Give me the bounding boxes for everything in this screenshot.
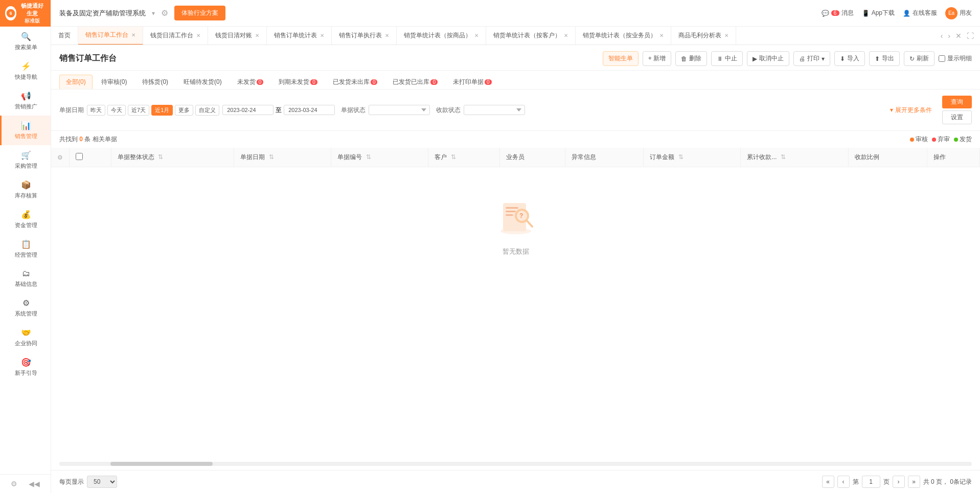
message-item[interactable]: 💬 6 消息 bbox=[822, 9, 854, 17]
show-detail-checkbox[interactable]: 显示明细 bbox=[939, 54, 972, 63]
tab-sales-order-exec[interactable]: 销售订单执行表 ✕ bbox=[332, 27, 397, 45]
tab-sales-order-stats[interactable]: 销售订单统计表 ✕ bbox=[267, 27, 332, 45]
sidebar-item-business[interactable]: 📋 经营管理 bbox=[0, 234, 51, 264]
sidebar-item-marketing[interactable]: 📢 营销推广 bbox=[0, 86, 51, 116]
sort-status-icon[interactable]: ⇅ bbox=[158, 153, 163, 161]
tab-product-margin[interactable]: 商品毛利分析表 ✕ bbox=[671, 27, 736, 45]
date-more-btn[interactable]: 更多 bbox=[175, 105, 193, 116]
col-customer[interactable]: 客户 ⇅ bbox=[428, 148, 499, 167]
last-page-button[interactable]: » bbox=[908, 476, 920, 488]
sidebar-item-purchase[interactable]: 🛒 采购管理 bbox=[0, 145, 51, 175]
sidebar-item-system[interactable]: ⚙ 系统管理 bbox=[0, 293, 51, 323]
show-detail-input[interactable] bbox=[939, 55, 945, 62]
tab-home[interactable]: 首页 bbox=[51, 27, 78, 45]
date-yesterday-btn[interactable]: 昨天 bbox=[87, 105, 105, 116]
col-ratio[interactable]: 收款比例 bbox=[849, 148, 927, 167]
date-today-btn[interactable]: 今天 bbox=[107, 105, 126, 116]
export-button[interactable]: ⬆ 导出 bbox=[869, 51, 900, 66]
online-service-item[interactable]: 👤 在线客服 bbox=[903, 9, 937, 17]
filter-tab-not-shipped[interactable]: 未发货0 bbox=[231, 75, 270, 89]
col-date[interactable]: 单据日期 ⇅ bbox=[234, 148, 331, 167]
col-amount[interactable]: 订单金额 ⇅ bbox=[644, 148, 741, 167]
date-7days-btn[interactable]: 近7天 bbox=[128, 105, 149, 116]
ship-button[interactable]: 发货 bbox=[954, 135, 972, 144]
table-scroll[interactable]: ⚙ 单据整体状态 ⇅ 单据日期 ⇅ bbox=[51, 148, 980, 462]
collapse-icon[interactable]: ◀◀ bbox=[29, 480, 40, 488]
filter-status-select[interactable] bbox=[369, 105, 430, 115]
tab-cash-daily[interactable]: 钱货日清工作台 ✕ bbox=[143, 27, 208, 45]
sort-amount-icon[interactable]: ⇅ bbox=[678, 153, 683, 161]
sort-customer-icon[interactable]: ⇅ bbox=[451, 153, 456, 161]
dropdown-arrow-icon[interactable]: ▾ bbox=[152, 10, 155, 17]
date-to-input[interactable] bbox=[284, 105, 335, 115]
tab-close-icon[interactable]: ✕ bbox=[474, 33, 478, 38]
column-settings-icon[interactable]: ⚙ bbox=[57, 154, 63, 161]
settings-filter-button[interactable]: 设置 bbox=[942, 110, 972, 124]
tab-close-icon[interactable]: ✕ bbox=[255, 33, 259, 38]
tab-sales-stats-customer[interactable]: 销货单统计表（按客户） ✕ bbox=[486, 27, 576, 45]
sort-number-icon[interactable]: ⇅ bbox=[366, 153, 371, 161]
sidebar-item-enterprise[interactable]: 🤝 企业协同 bbox=[0, 323, 51, 352]
date-custom-btn[interactable]: 自定义 bbox=[195, 105, 219, 116]
user-item[interactable]: Ea 用友 bbox=[945, 7, 972, 19]
tab-close-icon[interactable]: ✕ bbox=[131, 32, 135, 38]
sidebar-item-sales[interactable]: 📊 销售管理 bbox=[0, 116, 51, 145]
settings-bottom-icon[interactable]: ⚙ bbox=[11, 480, 17, 488]
page-number-input[interactable] bbox=[862, 476, 880, 488]
tab-fullscreen-icon[interactable]: ⛶ bbox=[965, 31, 976, 41]
sidebar-item-base-info[interactable]: 🗂 基础信息 bbox=[0, 264, 51, 293]
col-number[interactable]: 单据编号 ⇅ bbox=[331, 148, 428, 167]
sidebar-item-guide[interactable]: 🎯 新手引导 bbox=[0, 352, 51, 382]
filter-tab-not-printed[interactable]: 未打印单据0 bbox=[446, 75, 498, 89]
delete-button[interactable]: 🗑 删除 bbox=[675, 51, 707, 66]
tab-close-all-icon[interactable]: ✕ bbox=[953, 31, 964, 41]
tab-close-icon[interactable]: ✕ bbox=[564, 33, 568, 38]
col-settings[interactable]: ⚙ bbox=[51, 148, 70, 167]
tab-close-icon[interactable]: ✕ bbox=[385, 33, 389, 38]
filter-tab-pending-inspection[interactable]: 待拣货(0) bbox=[135, 75, 175, 89]
filter-tab-expired-not-shipped[interactable]: 到期未发货0 bbox=[272, 75, 324, 89]
suspend-button[interactable]: ⏸ 中止 bbox=[711, 51, 743, 66]
tab-sales-stats-product[interactable]: 销货单统计表（按商品） ✕ bbox=[397, 27, 486, 45]
tab-close-icon[interactable]: ✕ bbox=[196, 33, 200, 38]
horizontal-scrollbar[interactable] bbox=[59, 462, 972, 466]
refresh-button[interactable]: ↻ 刷新 bbox=[904, 51, 935, 66]
app-download-item[interactable]: 📱 App下载 bbox=[862, 9, 895, 17]
sidebar-item-inventory[interactable]: 📦 库存核算 bbox=[0, 175, 51, 205]
filter-tab-all[interactable]: 全部(0) bbox=[59, 75, 93, 89]
filter-tab-shipped-in[interactable]: 已发货已出库0 bbox=[386, 75, 444, 89]
prev-page-button[interactable]: ‹ bbox=[837, 476, 850, 488]
cancel-suspend-button[interactable]: ▶ 取消中止 bbox=[747, 51, 789, 66]
date-from-input[interactable] bbox=[222, 105, 274, 115]
sidebar-item-quick-nav[interactable]: ⚡ 快捷导航 bbox=[0, 56, 51, 86]
col-collected[interactable]: 累计收款... ⇅ bbox=[741, 148, 849, 167]
next-page-button[interactable]: › bbox=[893, 476, 905, 488]
sort-collected-icon[interactable]: ⇅ bbox=[781, 153, 786, 161]
per-page-dropdown[interactable]: 20 50 100 200 bbox=[87, 476, 117, 488]
filter-payment-select[interactable] bbox=[464, 105, 525, 115]
col-checkbox[interactable] bbox=[70, 148, 111, 167]
query-button[interactable]: 查询 bbox=[942, 96, 972, 108]
tab-close-icon[interactable]: ✕ bbox=[320, 33, 324, 38]
filter-tab-pending-review[interactable]: 待审核(0) bbox=[95, 75, 134, 89]
first-page-button[interactable]: « bbox=[822, 476, 834, 488]
header-settings-icon[interactable]: ⚙ bbox=[161, 8, 168, 18]
print-button[interactable]: 🖨 打印 ▾ bbox=[793, 51, 830, 66]
tab-next-icon[interactable]: › bbox=[946, 31, 952, 41]
tab-close-icon[interactable]: ✕ bbox=[724, 33, 728, 38]
col-staff[interactable]: 业务员 bbox=[499, 148, 565, 167]
sidebar-item-search[interactable]: 🔍 搜索菜单 bbox=[0, 27, 51, 56]
sort-date-icon[interactable]: ⇅ bbox=[269, 153, 274, 161]
tab-close-icon[interactable]: ✕ bbox=[659, 33, 664, 38]
import-button[interactable]: ⬇ 导入 bbox=[834, 51, 865, 66]
filter-tab-shipped-not-in[interactable]: 已发货未出库0 bbox=[326, 75, 384, 89]
new-button[interactable]: + 新增 bbox=[643, 51, 671, 66]
col-status[interactable]: 单据整体状态 ⇅ bbox=[111, 148, 234, 167]
col-exception[interactable]: 异常信息 bbox=[565, 148, 644, 167]
tab-cash-reconcile[interactable]: 钱货日清对账 ✕ bbox=[208, 27, 267, 45]
tab-sales-stats-staff[interactable]: 销货单统计表（按业务员） ✕ bbox=[576, 27, 671, 45]
sidebar-item-finance[interactable]: 💰 资金管理 bbox=[0, 205, 51, 234]
industry-button[interactable]: 体验行业方案 bbox=[174, 6, 225, 20]
filter-tab-wangpu[interactable]: 旺铺待发货(0) bbox=[177, 75, 229, 89]
smart-order-button[interactable]: 智能生单 bbox=[603, 51, 639, 66]
